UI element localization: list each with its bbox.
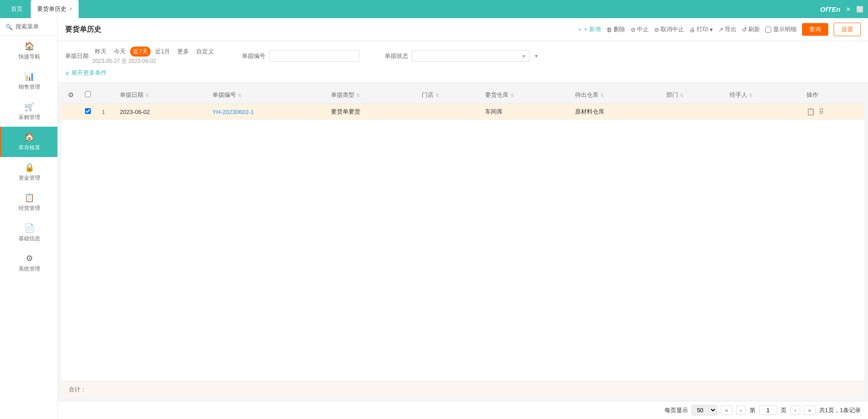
last-page-btn[interactable]: » <box>804 405 815 415</box>
td-pending-warehouse: 原材料仓库 <box>570 104 660 120</box>
th-doc-number-sort[interactable]: 单据编号 ⇅ <box>212 91 320 99</box>
inventory-icon: 🏠 <box>24 132 34 142</box>
th-num <box>96 86 114 104</box>
stop-btn[interactable]: ⊘ 中止 <box>631 25 649 33</box>
chart-icon: 📊 <box>24 71 34 81</box>
td-settings <box>61 104 80 120</box>
cart-icon: 🛒 <box>24 102 34 112</box>
show-detail-checkbox[interactable] <box>765 27 771 33</box>
first-page-btn[interactable]: « <box>721 405 732 415</box>
search-icon: 🔍 <box>5 24 13 30</box>
sidebar-item-label: 快捷导航 <box>19 53 40 61</box>
td-checkbox <box>80 104 96 120</box>
sort-icon-2: ⇅ <box>238 93 241 98</box>
th-doc-number: 单据编号 ⇅ <box>207 86 326 104</box>
sidebar-item-label: 系统管理 <box>19 265 40 273</box>
sidebar-item-system[interactable]: ⚙ 系统管理 <box>0 248 57 278</box>
row-edit-btn[interactable]: 📋 <box>807 108 815 116</box>
sidebar-item-label: 基础信息 <box>19 235 40 243</box>
doc-icon: 📄 <box>24 223 34 233</box>
doc-status-filter: 单据状态 ▾ <box>385 50 538 62</box>
header-actions: ＋ + 新增 🗑 删除 ⊘ 中止 ⊘ 取消中止 🖨 打印 <box>577 23 861 36</box>
table-footer: 合计： <box>61 381 864 397</box>
sidebar-item-operations[interactable]: 📋 经营管理 <box>0 187 57 218</box>
td-doc-type: 要货单要货 <box>326 104 416 120</box>
tab-requisition-history[interactable]: 要货单历史 × <box>31 0 79 18</box>
window-close-btn[interactable]: ✕ <box>846 6 851 13</box>
row-more-btn[interactable]: ⠿ <box>819 108 824 116</box>
th-store-sort[interactable]: 门店 ⇅ <box>422 91 474 99</box>
window-maximize-btn[interactable]: ⬜ <box>856 6 863 13</box>
expand-icon: ∨ <box>65 70 70 76</box>
print-btn[interactable]: 🖨 打印 ▾ <box>689 25 713 33</box>
td-department <box>661 104 724 120</box>
pagination: 每页显示 50 10 20 100 « ‹ 第 页 › » 共1页，1条记录 <box>58 401 868 419</box>
tab-close-icon[interactable]: × <box>69 6 72 12</box>
print-icon: 🖨 <box>689 26 695 33</box>
settings-btn[interactable]: 设置 <box>834 23 861 36</box>
delete-btn[interactable]: 🗑 删除 <box>606 25 625 33</box>
tab-home[interactable]: 首页 <box>5 0 29 18</box>
table-settings-icon[interactable]: ⚙ <box>68 91 74 99</box>
sort-icon-8: ⇅ <box>749 93 753 98</box>
date-shortcut-list: 昨天 今天 近7天 近1月 更多 自定义 <box>92 47 217 57</box>
th-pending-warehouse-sort[interactable]: 待出仓库 ⇅ <box>575 91 655 99</box>
sidebar-item-inventory[interactable]: 🏠 库存核算 <box>0 127 57 157</box>
page-number-input[interactable] <box>759 405 777 415</box>
sidebar-item-sales[interactable]: 📊 销售管理 <box>0 66 57 96</box>
page-title: 要货单历史 <box>65 25 101 34</box>
page-unit-label: 页 <box>781 406 787 414</box>
export-icon: ↗ <box>718 26 723 33</box>
select-all-checkbox[interactable] <box>85 91 91 97</box>
sidebar-item-finance[interactable]: 🔒 资金管理 <box>0 157 57 187</box>
th-department-sort[interactable]: 部门 ⇅ <box>666 91 719 99</box>
td-handler <box>724 104 801 120</box>
cancel-stop-btn[interactable]: ⊘ 取消中止 <box>654 25 684 33</box>
date-shortcut-more[interactable]: 更多 <box>175 47 192 57</box>
th-handler-sort[interactable]: 经手人 ⇅ <box>730 91 796 99</box>
date-shortcuts: 昨天 今天 近7天 近1月 更多 自定义 2023-05-27 至 2023-0… <box>92 47 217 65</box>
status-dropdown-icon: ▾ <box>535 52 538 59</box>
prev-page-btn[interactable]: ‹ <box>736 405 746 415</box>
td-req-warehouse: 车间库 <box>480 104 570 120</box>
th-pending-warehouse: 待出仓库 ⇅ <box>570 86 660 104</box>
th-doc-type-sort[interactable]: 单据类型 ⇅ <box>331 91 411 99</box>
th-req-warehouse-sort[interactable]: 要货仓库 ⇅ <box>485 91 564 99</box>
refresh-btn[interactable]: ↺ 刷新 <box>742 25 760 33</box>
sidebar-item-purchase[interactable]: 🛒 采购管理 <box>0 96 57 127</box>
sidebar-item-quick-nav[interactable]: 🏠 快捷导航 <box>0 36 57 66</box>
main-content: 要货单历史 ＋ + 新增 🗑 删除 ⊘ 中止 ⊘ 取消中止 <box>58 18 868 419</box>
date-shortcut-custom[interactable]: 自定义 <box>193 47 217 57</box>
th-department: 部门 ⇅ <box>661 86 724 104</box>
sidebar-search[interactable]: 🔍 搜索菜单 <box>0 18 57 36</box>
sort-icon: ⇅ <box>145 93 149 98</box>
doc-number-input[interactable] <box>269 50 359 62</box>
table-row: 1 2023-06-02 YH-20230602-1 要货单要货 车间库 原材料… <box>61 104 864 120</box>
data-table: ⚙ 单据日期 ⇅ <box>61 86 864 120</box>
query-btn[interactable]: 查询 <box>802 23 828 36</box>
th-doc-date-sort[interactable]: 单据日期 ⇅ <box>120 91 202 99</box>
doc-number-filter: 单据编号 <box>242 50 359 62</box>
export-btn[interactable]: ↗ 导出 <box>718 25 736 33</box>
sidebar-item-basic-info[interactable]: 📄 基础信息 <box>0 218 57 248</box>
brand-label: OfTEn <box>820 5 840 13</box>
row-checkbox[interactable] <box>85 108 91 114</box>
doc-number-link[interactable]: YH-20230602-1 <box>212 109 254 115</box>
new-btn[interactable]: ＋ + 新增 <box>577 25 601 33</box>
th-settings: ⚙ <box>61 86 80 104</box>
doc-status-select[interactable] <box>412 50 529 62</box>
date-shortcut-last7days[interactable]: 近7天 <box>130 47 151 57</box>
page-size-select[interactable]: 50 10 20 100 <box>692 405 717 415</box>
date-shortcut-last1month[interactable]: 近1月 <box>152 47 173 57</box>
expand-more-btn[interactable]: ∨ 展开更多条件 <box>65 69 861 77</box>
date-shortcut-today[interactable]: 今天 <box>111 47 128 57</box>
filter-area: 单据日期 昨天 今天 近7天 近1月 更多 自定义 2023-05-27 至 2… <box>58 41 868 83</box>
next-page-btn[interactable]: › <box>790 405 800 415</box>
page-size-label: 每页显示 <box>665 406 688 414</box>
refresh-icon: ↺ <box>742 26 747 33</box>
td-store <box>416 104 480 120</box>
date-shortcut-yesterday[interactable]: 昨天 <box>92 47 109 57</box>
show-detail-checkbox-label[interactable]: 显示明细 <box>765 25 797 33</box>
date-range-text: 2023-05-27 至 2023-06-02 <box>92 57 217 65</box>
lock-icon: 🔒 <box>24 162 34 172</box>
